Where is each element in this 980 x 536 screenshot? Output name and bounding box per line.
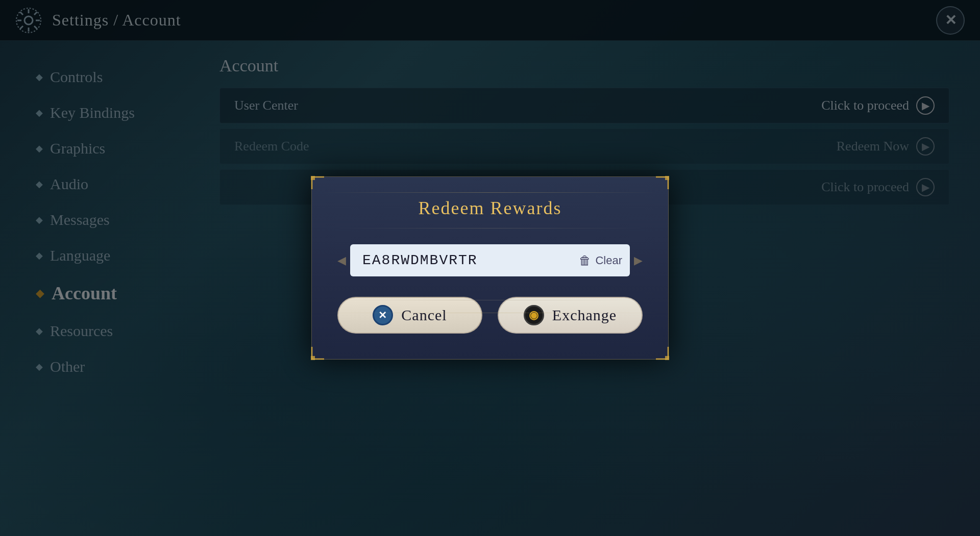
redeem-modal: Redeem Rewards ◀ 🗑 Clear ▶ ✕ Cancel ◉ Ex…: [311, 176, 669, 360]
modal-overlay[interactable]: Redeem Rewards ◀ 🗑 Clear ▶ ✕ Cancel ◉ Ex…: [0, 0, 980, 536]
cancel-button[interactable]: ✕ Cancel: [337, 297, 482, 334]
exchange-icon: ◉: [524, 305, 544, 325]
exchange-label: Exchange: [552, 307, 617, 324]
svg-rect-12: [311, 356, 315, 360]
svg-rect-10: [311, 176, 315, 180]
input-wrapper: ◀ 🗑 Clear ▶: [337, 244, 643, 276]
cancel-icon: ✕: [373, 305, 393, 325]
cancel-label: Cancel: [401, 307, 447, 324]
modal-line-top: [337, 228, 643, 228]
input-arrow-right-icon: ▶: [634, 254, 643, 267]
corner-decoration-bl: [311, 346, 325, 360]
svg-rect-13: [665, 356, 669, 360]
modal-title: Redeem Rewards: [337, 197, 643, 219]
corner-decoration-br: [655, 346, 669, 360]
clear-label: Clear: [595, 254, 622, 267]
input-arrow-left-icon: ◀: [337, 254, 346, 267]
clear-button[interactable]: 🗑 Clear: [579, 253, 622, 268]
modal-line-bottom: [337, 300, 643, 300]
modal-buttons: ✕ Cancel ◉ Exchange: [337, 297, 643, 334]
corner-decoration-tl: [311, 176, 325, 190]
corner-decoration-tr: [655, 176, 669, 190]
svg-rect-11: [665, 176, 669, 180]
trash-icon: 🗑: [579, 253, 591, 268]
exchange-button[interactable]: ◉ Exchange: [498, 297, 643, 334]
